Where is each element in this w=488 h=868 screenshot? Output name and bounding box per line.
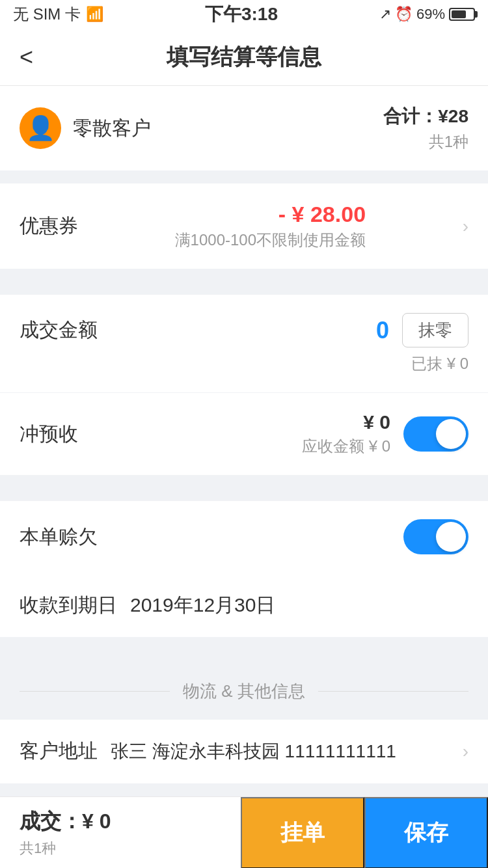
location-icon: ↗	[379, 6, 391, 23]
content: 👤 零散客户 合计：¥28 共1种 优惠券 - ¥ 28.00 满1000-10…	[0, 86, 488, 868]
amount-value: 0	[363, 317, 389, 344]
debt-toggle-knob	[436, 522, 466, 552]
bottom-deal: 成交：¥ 0	[20, 807, 221, 836]
logistics-divider: 物流 & 其他信息	[0, 663, 488, 720]
bottom-count: 共1种	[20, 839, 221, 858]
amount-sub: 已抹 ¥ 0	[411, 355, 468, 372]
back-button[interactable]: <	[13, 37, 40, 77]
amount-inner: 成交金额 0 抹零 已抹 ¥ 0	[0, 295, 488, 392]
avatar: 👤	[20, 107, 61, 149]
chevron-right-icon: ›	[463, 216, 468, 237]
logistics-line-left	[20, 691, 170, 692]
hold-order-button[interactable]: 挂单	[241, 797, 364, 869]
address-left: 客户地址 张三 海淀永丰科技园 11111111111	[20, 738, 396, 765]
customer-section: 👤 零散客户 合计：¥28 共1种	[0, 86, 488, 170]
address-label: 客户地址	[20, 738, 98, 765]
status-right: ↗ ⏰ 69%	[379, 6, 475, 23]
total-amount-label: 合计：¥28	[383, 104, 468, 129]
status-bar: 无 SIM 卡 📶 下午3:18 ↗ ⏰ 69%	[0, 0, 488, 29]
debt-label: 本单赊欠	[20, 524, 98, 550]
logistics-line-right	[318, 691, 468, 692]
nav-bar: < 填写结算等信息	[0, 29, 488, 86]
deal-label: 成交：	[20, 809, 82, 833]
duedate-row: 收款到期日 2019年12月30日	[20, 592, 468, 619]
duedate-value: 2019年12月30日	[130, 592, 275, 619]
toggle-knob	[436, 419, 466, 449]
duedate-section: 收款到期日 2019年12月30日	[0, 574, 488, 637]
coupon-row[interactable]: 优惠券 - ¥ 28.00 满1000-100不限制使用金额 ›	[0, 183, 488, 269]
precollect-row: 冲预收 ¥ 0 应收金额 ¥ 0	[0, 392, 488, 475]
debt-row: 本单赊欠	[0, 501, 488, 573]
customer-right: 合计：¥28 共1种	[383, 104, 468, 152]
customer-name: 零散客户	[73, 115, 151, 142]
precollect-right: ¥ 0 应收金额 ¥ 0	[302, 411, 468, 457]
debt-section: 本单赊欠 收款到期日 2019年12月30日	[0, 501, 488, 637]
carrier-label: 无 SIM 卡	[13, 4, 81, 25]
avatar-icon: 👤	[26, 115, 55, 142]
coupon-amount: - ¥ 28.00	[175, 202, 366, 227]
alarm-icon: ⏰	[395, 6, 413, 23]
precollect-label: 冲预收	[20, 421, 78, 448]
coupon-section[interactable]: 优惠券 - ¥ 28.00 满1000-100不限制使用金额 ›	[0, 183, 488, 269]
customer-row: 👤 零散客户 合计：¥28 共1种	[0, 86, 488, 170]
battery-fill	[452, 10, 466, 18]
divider-3	[0, 650, 488, 663]
divider-2	[0, 488, 488, 501]
address-section: 客户地址 张三 海淀永丰科技园 11111111111 ›	[0, 720, 488, 783]
round-zero-button[interactable]: 抹零	[402, 313, 468, 347]
battery-icon	[449, 8, 475, 21]
total-sub: 共1种	[383, 131, 468, 152]
amount-label: 成交金额	[20, 317, 98, 344]
precollect-toggle[interactable]	[403, 416, 468, 452]
coupon-desc: 满1000-100不限制使用金额	[175, 230, 366, 251]
logistics-text: 物流 & 其他信息	[183, 680, 305, 703]
amount-section: 成交金额 0 抹零 已抹 ¥ 0 冲预收 ¥ 0 应收金额 ¥ 0	[0, 295, 488, 475]
save-button[interactable]: 保存	[364, 797, 488, 869]
divider-1	[0, 282, 488, 295]
coupon-right-wrap: - ¥ 28.00 满1000-100不限制使用金额	[175, 202, 366, 251]
precollect-val: ¥ 0	[302, 411, 390, 433]
bottom-bar: 成交：¥ 0 共1种 挂单 保存	[0, 796, 488, 868]
amount-right: 0 抹零	[363, 313, 468, 347]
address-value: 张三 海淀永丰科技园 11111111111	[111, 738, 396, 765]
status-left: 无 SIM 卡 📶	[13, 4, 103, 25]
address-row[interactable]: 客户地址 张三 海淀永丰科技园 11111111111 ›	[0, 720, 488, 783]
coupon-label: 优惠券	[20, 213, 78, 239]
total-amount-value: ¥28	[438, 106, 468, 126]
battery-percent: 69%	[416, 6, 445, 23]
deal-amount: ¥ 0	[82, 809, 111, 833]
precollect-amounts: ¥ 0 应收金额 ¥ 0	[302, 411, 390, 457]
time-label: 下午3:18	[205, 2, 278, 27]
bottom-info: 成交：¥ 0 共1种	[0, 807, 241, 858]
debt-toggle[interactable]	[403, 519, 468, 554]
page-title: 填写结算等信息	[167, 42, 321, 72]
precollect-sub: 应收金额 ¥ 0	[302, 436, 390, 457]
duedate-label: 收款到期日	[20, 592, 117, 619]
wifi-icon: 📶	[86, 6, 103, 23]
address-chevron-icon: ›	[463, 741, 468, 762]
customer-left: 👤 零散客户	[20, 107, 151, 149]
amount-row: 成交金额 0 抹零	[20, 313, 468, 347]
